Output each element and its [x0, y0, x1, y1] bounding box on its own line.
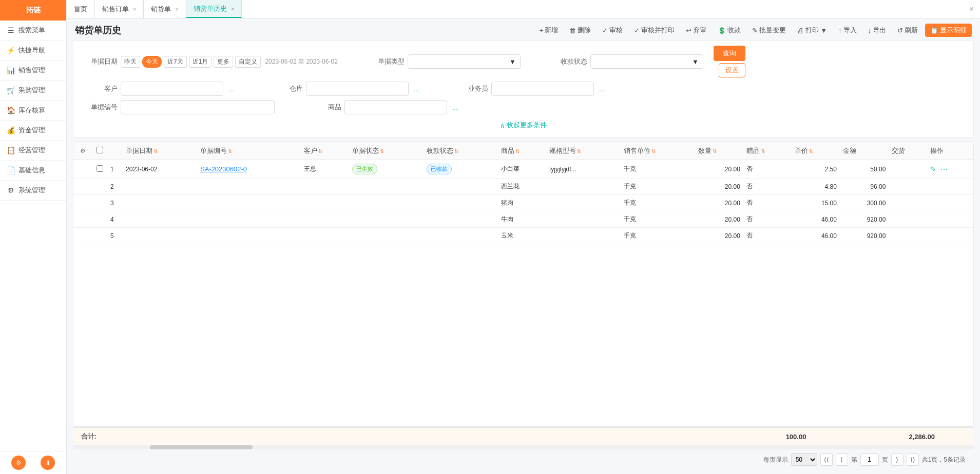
salesperson-ellipsis[interactable]: ...	[597, 85, 607, 93]
sidebar-item-operations[interactable]: 📋 经营管理	[0, 141, 66, 161]
export-button[interactable]: ↓ 导出	[864, 24, 891, 37]
sidebar-item-purchase-mgmt[interactable]: 🛒 采购管理	[0, 81, 66, 101]
batch-change-icon: ✎	[752, 27, 758, 34]
sort-doc-status-icon: ⇅	[380, 148, 384, 154]
tab-sales-history-label: 销货单历史	[194, 4, 227, 13]
refresh-button[interactable]: ↺ 刷新	[893, 24, 922, 37]
warehouse-ellipsis[interactable]: ...	[412, 85, 421, 93]
row-num: 3	[107, 195, 123, 211]
row-unit: 千克	[621, 211, 695, 228]
sidebar-item-sales-mgmt[interactable]: 📊 销售管理	[0, 61, 66, 81]
sort-customer[interactable]: 客户 ⇅	[304, 146, 346, 155]
sort-doc-date[interactable]: 单据日期 ⇅	[126, 146, 194, 155]
date-btn-last1month[interactable]: 近1月	[189, 56, 212, 68]
doc-type-select[interactable]: ▼	[408, 54, 521, 69]
abandon-button[interactable]: ↩ 弃审	[682, 24, 710, 37]
row-num: 2	[107, 179, 123, 195]
review-button[interactable]: ✓ 审核	[598, 24, 627, 37]
tab-sales-goods-close[interactable]: ×	[175, 6, 178, 12]
query-button[interactable]: 查询	[714, 46, 745, 61]
row-settings	[73, 195, 92, 211]
new-button[interactable]: + 新增	[535, 24, 563, 37]
date-btn-today[interactable]: 今天	[142, 56, 162, 68]
abandon-icon: ↩	[686, 27, 691, 34]
review-icon: ✓	[602, 27, 608, 34]
row-unit: 千克	[621, 179, 695, 195]
sort-goods[interactable]: 商品 ⇅	[501, 146, 543, 155]
sidebar-bottom-btn-2[interactable]: ⏸	[41, 456, 55, 470]
sort-collect-status[interactable]: 收款状态 ⇅	[427, 146, 495, 155]
more-icon[interactable]: ⋯	[940, 165, 948, 173]
goods-ellipsis[interactable]: ...	[450, 104, 460, 111]
customer-ellipsis[interactable]: ...	[226, 85, 236, 93]
col-settings[interactable]: ⚙	[73, 142, 92, 160]
sidebar-item-search-menu[interactable]: ☰ 搜索菜单	[0, 21, 66, 41]
page-next-btn[interactable]: ⟩	[891, 453, 904, 466]
sidebar-item-finance[interactable]: 💰 资金管理	[0, 121, 66, 141]
collect-status-select[interactable]: ▼	[590, 54, 703, 69]
horizontal-scrollbar[interactable]	[73, 445, 974, 449]
filter-goods-item: 商品 ...	[305, 100, 460, 114]
date-btn-more[interactable]: 更多	[214, 56, 233, 68]
table-row: 12023-06-02SA-20230602-0王总已生效已收款小白菜tyjyj…	[73, 160, 973, 179]
page-last-btn[interactable]: ⟩⟩	[907, 453, 919, 466]
date-btn-yesterday[interactable]: 昨天	[121, 56, 140, 68]
sort-qty[interactable]: 数量 ⇅	[698, 146, 740, 155]
sort-doc-status[interactable]: 单据状态 ⇅	[352, 146, 420, 155]
customer-input[interactable]	[121, 82, 223, 96]
sort-unit[interactable]: 销售单位 ⇅	[624, 146, 692, 155]
sort-doc-no[interactable]: 单据编号 ⇅	[200, 146, 298, 155]
collapse-button[interactable]: ∧ 收起更多条件	[500, 118, 547, 132]
edit-icon[interactable]: ✎	[930, 165, 936, 173]
tab-sales-order[interactable]: 销售订单 ×	[95, 0, 144, 18]
tab-home[interactable]: 首页	[67, 0, 95, 18]
doc-no-input[interactable]	[121, 100, 275, 114]
page-number-input[interactable]	[860, 453, 879, 466]
doc-no-link[interactable]: SA-20230602-0	[200, 165, 247, 173]
row-doc-status	[349, 228, 424, 244]
sidebar-item-basic-info[interactable]: 📄 基础信息	[0, 161, 66, 181]
review-print-button[interactable]: ✓ 审核并打印	[630, 24, 679, 37]
page-prev-btn[interactable]: ⟨	[836, 453, 848, 466]
sidebar-item-inventory[interactable]: 🏠 库存核算	[0, 101, 66, 121]
sidebar-item-quick-nav[interactable]: ⚡ 快捷导航	[0, 41, 66, 61]
collapse-icon: ∧	[500, 122, 505, 129]
table-footer: 合计: 100.00 2,286.00	[73, 427, 974, 445]
show-detail-button[interactable]: 📋 显示明细	[925, 24, 972, 37]
date-btn-custom[interactable]: 自定义	[235, 56, 261, 68]
per-page-select[interactable]: 50 100 200	[791, 453, 817, 466]
warehouse-input[interactable]	[306, 82, 409, 96]
tab-sales-goods[interactable]: 销货单 ×	[144, 0, 186, 18]
review-print-icon: ✓	[634, 27, 640, 34]
sidebar-item-label: 资金管理	[18, 126, 45, 135]
row-customer	[301, 179, 349, 195]
row-goods: 猪肉	[498, 195, 546, 211]
row-collect-status	[424, 195, 498, 211]
select-all-checkbox[interactable]	[97, 147, 103, 153]
goods-input[interactable]	[344, 100, 447, 114]
batch-change-button[interactable]: ✎ 批量变更	[748, 24, 790, 37]
setting-button[interactable]: 设置	[719, 63, 745, 77]
collapse-label: 收起更多条件	[507, 121, 547, 130]
collect-button[interactable]: 💲 收款	[714, 24, 745, 37]
sidebar-bottom-btn-1[interactable]: ⚙	[11, 456, 26, 470]
col-delivery: 交货	[889, 142, 927, 160]
scrollbar-thumb[interactable]	[150, 445, 253, 449]
sort-spec[interactable]: 规格型号 ⇅	[549, 146, 618, 155]
tab-sales-order-close[interactable]: ×	[133, 6, 136, 12]
tab-sales-history-close[interactable]: ×	[231, 6, 234, 12]
sort-gift[interactable]: 赠品 ⇅	[746, 146, 789, 155]
row-checkbox[interactable]	[97, 165, 103, 172]
tab-sales-history[interactable]: 销货单历史 ×	[186, 0, 242, 18]
import-button[interactable]: ↑ 导入	[834, 24, 861, 37]
tab-bar-close-btn[interactable]: ×	[963, 5, 980, 14]
delete-button[interactable]: 🗑 删除	[565, 24, 595, 37]
sidebar-item-system-mgmt[interactable]: ⚙ 系统管理	[0, 181, 66, 201]
table-row: 4牛肉千克20.00否46.00920.00	[73, 211, 973, 228]
date-btn-last7days[interactable]: 近7天	[164, 56, 187, 68]
print-button[interactable]: 🖨 打印 ▼	[793, 24, 831, 37]
page-first-btn[interactable]: ⟨⟨	[820, 453, 833, 466]
print-dropdown-icon: ▼	[820, 27, 827, 34]
sort-unit-price[interactable]: 单价 ⇅	[795, 146, 837, 155]
salesperson-input[interactable]	[491, 82, 594, 96]
